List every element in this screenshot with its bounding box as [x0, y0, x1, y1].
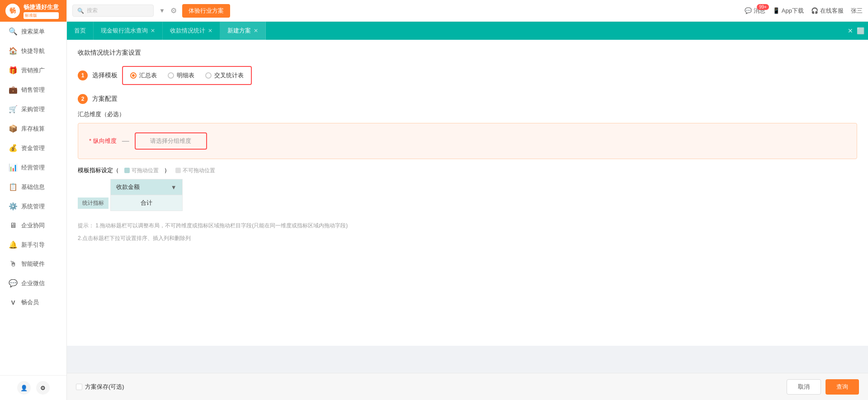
metric-close-paren: ）: [164, 166, 170, 174]
sidebar-item-finance[interactable]: 💰 资金管理: [0, 138, 66, 158]
sidebar-item-base-info[interactable]: 📋 基础信息: [0, 177, 66, 197]
content-wrapper: 收款情况统计方案设置 1 选择模板 汇总表: [67, 40, 868, 400]
dim-placeholder[interactable]: 请选择分组维度: [135, 132, 207, 150]
sidebar-item-corp-wechat[interactable]: 💬 企业微信: [0, 273, 66, 293]
sidebar-item-label: 快捷导航: [21, 47, 45, 55]
topbar-actions: 💬 消息 99+ 📱 App下载 🎧 在线客服 张三: [745, 7, 863, 15]
guide-icon: 🔔: [9, 240, 18, 249]
save-plan-checkbox[interactable]: [76, 384, 82, 390]
sidebar-item-label: 营销推广: [21, 66, 45, 75]
fixed-label: 不可拖动位置: [183, 167, 215, 174]
sidebar-item-sales[interactable]: 💼 销售管理: [0, 80, 66, 99]
close-window-btn[interactable]: ✕: [848, 27, 853, 34]
step1-badge: 1: [78, 71, 88, 80]
sidebar-item-label: 经营管理: [21, 164, 45, 172]
system-icon: ⚙️: [9, 202, 18, 211]
query-button[interactable]: 查询: [826, 379, 859, 395]
tab-bank-flow[interactable]: 现金银行流水查询 ✕: [94, 22, 163, 40]
step1-section: 1 选择模板 汇总表 明细表: [78, 66, 857, 85]
radio-detail-circle: [168, 72, 174, 79]
gift-icon: 🎁: [9, 66, 18, 75]
app-icon: 📱: [773, 7, 780, 14]
radio-summary[interactable]: 汇总表: [130, 71, 157, 80]
step2-badge: 2: [78, 94, 88, 104]
step2-title: 方案配置: [92, 95, 118, 103]
metric-header[interactable]: 收款金额 ▼: [111, 179, 182, 195]
sidebar-item-corp-coop[interactable]: 🖥 企业协同: [0, 216, 66, 235]
metric-table-wrapper: 统计指标 收款金额 ▼ 合计: [78, 179, 857, 211]
app-download-btn[interactable]: 📱 App下载: [773, 7, 804, 15]
config-section: 汇总维度（必选） * 纵向维度 — 请选择分组维度 模板指标设定（: [78, 110, 857, 244]
sidebar-item-marketing[interactable]: 🎁 营销推广: [0, 61, 66, 80]
stat-section-label: 统计指标: [78, 198, 108, 209]
step1-header: 1 选择模板 汇总表 明细表: [78, 66, 857, 85]
industry-btn[interactable]: 体验行业方案: [182, 4, 230, 18]
sidebar-item-label: 企业协同: [21, 221, 45, 230]
sidebar-item-label: 企业微信: [21, 279, 45, 287]
radio-cross[interactable]: 交叉统计表: [205, 71, 244, 80]
service-icon: 🎧: [811, 7, 818, 14]
sidebar-item-label: 畅会员: [21, 298, 39, 306]
sidebar-footer: 👤 ⚙: [0, 375, 66, 400]
content-area: 收款情况统计方案设置 1 选择模板 汇总表: [67, 40, 868, 373]
sidebar-item-smart-hw[interactable]: 🖱 智能硬件: [0, 254, 66, 273]
fixed-dot: [175, 168, 181, 173]
metric-settings: 模板指标设定（ 可拖动位置 ） 不可拖动位置: [78, 166, 857, 211]
radio-detail-label: 明细表: [177, 71, 194, 80]
sidebar-nav: 🔍 搜索菜单 🏠 快捷导航 🎁 营销推广 💼 销售管理 🛒 采购管理 📦 库存核…: [0, 22, 66, 375]
logo-name: 畅捷通好生意: [24, 3, 59, 11]
vertical-dim-label: * 纵向维度: [89, 137, 117, 145]
tips: 提示： 1.拖动标题栏可以调整布局，不可跨维度或指标区域拖动栏目字段(只能在同一…: [78, 220, 857, 244]
page-container: 收款情况统计方案设置 1 选择模板 汇总表: [67, 40, 868, 346]
sidebar-item-label: 搜索菜单: [21, 28, 45, 36]
receipts-stat-close[interactable]: ✕: [208, 28, 212, 34]
inventory-icon: 📦: [9, 124, 18, 133]
metric-dropdown-icon[interactable]: ▼: [171, 184, 177, 191]
message-badge: 99+: [757, 4, 769, 10]
radio-cross-circle: [205, 72, 212, 79]
sidebar-item-inventory[interactable]: 📦 库存核算: [0, 119, 66, 138]
sidebar-item-system[interactable]: ⚙️ 系统管理: [0, 197, 66, 216]
corp-coop-icon: 🖥: [9, 221, 18, 230]
sidebar-avatar[interactable]: 👤: [17, 381, 31, 395]
radio-summary-circle: [130, 72, 137, 79]
legend-fixed: 不可拖动位置: [175, 167, 215, 174]
online-service-btn[interactable]: 🎧 在线客服: [811, 7, 844, 15]
sidebar-item-search-menu[interactable]: 🔍 搜索菜单: [0, 22, 66, 41]
radio-detail[interactable]: 明细表: [168, 71, 194, 80]
metric-table: 收款金额 ▼ 合计: [110, 179, 183, 211]
sidebar-item-label: 系统管理: [21, 202, 45, 211]
topbar: 🔍 搜索 ▼ ⚙ 体验行业方案 💬 消息 99+ 📱 App下载 🎧 在线客服 …: [67, 0, 868, 22]
dimension-area: * 纵向维度 — 请选择分组维度: [78, 123, 857, 159]
page-title: 收款情况统计方案设置: [78, 49, 857, 57]
legend-movable: 可拖动位置: [124, 167, 159, 174]
sidebar-item-member[interactable]: V 畅会员: [0, 293, 66, 312]
logo-badge: 标准版: [24, 12, 59, 19]
logo-icon: 畅: [5, 4, 20, 18]
topbar-dropdown-icon[interactable]: ▼: [159, 7, 165, 14]
tab-home[interactable]: 首页: [67, 22, 94, 40]
sidebar-item-quick-nav[interactable]: 🏠 快捷导航: [0, 41, 66, 61]
new-plan-close[interactable]: ✕: [254, 28, 258, 34]
metric-settings-label: 模板指标设定（: [78, 166, 119, 174]
metric-legend: 模板指标设定（ 可拖动位置 ） 不可拖动位置: [78, 166, 857, 174]
tab-receipts-stat[interactable]: 收款情况统计 ✕: [163, 22, 220, 40]
user-name: 张三: [851, 7, 863, 15]
tab-new-plan[interactable]: 新建方案 ✕: [220, 22, 266, 40]
sidebar: 畅 畅捷通好生意 标准版 🔍 搜索菜单 🏠 快捷导航 🎁 营销推广 💼 销售管理…: [0, 0, 67, 400]
sidebar-item-purchase[interactable]: 🛒 采购管理: [0, 99, 66, 119]
search-bar[interactable]: 🔍 搜索: [72, 5, 154, 17]
maximize-window-btn[interactable]: ⬜: [857, 27, 864, 34]
user-name-btn[interactable]: 张三: [851, 7, 863, 15]
message-btn[interactable]: 💬 消息 99+: [745, 7, 765, 15]
gear-icon[interactable]: ⚙: [170, 6, 177, 15]
cancel-button[interactable]: 取消: [787, 379, 821, 395]
sidebar-item-operations[interactable]: 📊 经营管理: [0, 158, 66, 177]
metric-sub: 合计: [111, 195, 182, 211]
bank-flow-close[interactable]: ✕: [151, 28, 155, 34]
save-plan-checkbox-label[interactable]: 方案保存(可选): [76, 383, 124, 391]
sidebar-item-guide[interactable]: 🔔 新手引导: [0, 235, 66, 254]
dimension-row: * 纵向维度 — 请选择分组维度: [89, 132, 846, 150]
sidebar-settings[interactable]: ⚙: [36, 381, 50, 395]
message-icon: 💬: [745, 7, 752, 14]
